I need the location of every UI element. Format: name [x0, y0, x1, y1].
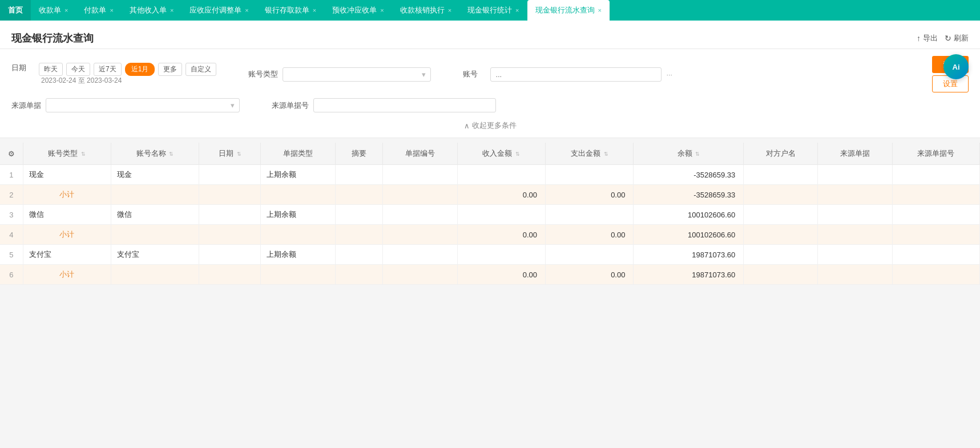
- nav-item-bank-stats[interactable]: 现金银行统计 ×: [459, 0, 527, 21]
- account-type-select[interactable]: ▾: [283, 67, 431, 82]
- source-doc-no-label: 来源单据号: [272, 100, 309, 111]
- sort-account-type-icon: ⇅: [81, 151, 86, 157]
- table-container: ⚙ 账号类型 ⇅ 账号名称 ⇅ 日期 ⇅ 单据类型 摘要: [0, 143, 980, 285]
- date-filter-group: 日期 昨天 今天 近7天 近1月 更多 自定义 2023-02-24 至 202…: [11, 63, 216, 86]
- date-buttons: 昨天 今天 近7天 近1月 更多 自定义: [39, 63, 216, 76]
- filter-row-2: 来源单据 ▾ 来源单据号: [11, 98, 969, 112]
- close-bank-stats-icon[interactable]: ×: [515, 7, 519, 14]
- date-btn-custom[interactable]: 自定义: [185, 63, 216, 76]
- account-label: 账号: [463, 69, 486, 79]
- nav-label-bank-stats: 现金银行统计: [467, 5, 512, 15]
- source-doc-arrow-icon: ▾: [231, 101, 235, 110]
- col-account-name[interactable]: 账号名称 ⇅: [111, 143, 199, 165]
- table-header-row: ⚙ 账号类型 ⇅ 账号名称 ⇅ 日期 ⇅ 单据类型 摘要: [0, 143, 980, 165]
- date-btn-more[interactable]: 更多: [158, 63, 182, 76]
- nav-item-payment[interactable]: 付款单 ×: [76, 0, 121, 21]
- source-doc-no-filter-group: 来源单据号: [272, 98, 496, 112]
- top-nav: 首页 收款单 × 付款单 × 其他收入单 × 应收应付调整单 × 银行存取款单 …: [0, 0, 980, 21]
- date-btn-1month[interactable]: 近1月: [125, 63, 155, 76]
- col-source-doc: 来源单据: [818, 143, 892, 165]
- source-doc-label: 来源单据: [11, 100, 41, 111]
- export-icon: ↑: [917, 34, 921, 43]
- close-bank-flow-icon[interactable]: ×: [598, 7, 602, 14]
- table-row[interactable]: 3微信微信上期余额100102606.60: [0, 205, 980, 225]
- nav-item-advance[interactable]: 预收冲应收单 ×: [324, 0, 392, 21]
- col-doc-no: 单据编号: [383, 143, 457, 165]
- table-row[interactable]: 2小计0.000.00-3528659.33: [0, 185, 980, 205]
- source-doc-filter-group: 来源单据 ▾: [11, 98, 240, 112]
- table-header: ⚙ 账号类型 ⇅ 账号名称 ⇅ 日期 ⇅ 单据类型 摘要: [0, 143, 980, 165]
- col-income[interactable]: 收入金额 ⇅: [457, 143, 545, 165]
- nav-item-write-off[interactable]: 收款核销执行 ×: [392, 0, 459, 21]
- nav-label-ar-ap: 应收应付调整单: [189, 5, 241, 15]
- nav-item-receipt[interactable]: 收款单 ×: [31, 0, 76, 21]
- close-payment-icon[interactable]: ×: [110, 7, 113, 14]
- close-write-off-icon[interactable]: ×: [448, 7, 451, 14]
- data-table: ⚙ 账号类型 ⇅ 账号名称 ⇅ 日期 ⇅ 单据类型 摘要: [0, 143, 980, 285]
- page-title: 现金银行流水查询: [11, 31, 94, 45]
- nav-label-other-income: 其他收入单: [130, 5, 167, 15]
- account-input[interactable]: [490, 67, 662, 82]
- col-date[interactable]: 日期 ⇅: [199, 143, 261, 165]
- filter-row-1: 日期 昨天 今天 近7天 近1月 更多 自定义 2023-02-24 至 202…: [11, 56, 969, 92]
- date-btn-today[interactable]: 今天: [66, 63, 90, 76]
- nav-item-ar-ap[interactable]: 应收应付调整单 ×: [182, 0, 256, 21]
- more-icon: ···: [666, 70, 672, 79]
- refresh-icon: ↻: [945, 34, 951, 43]
- source-doc-no-input[interactable]: [313, 98, 496, 112]
- source-doc-select[interactable]: ▾: [46, 98, 240, 112]
- col-source-doc-no: 来源单据号: [892, 143, 979, 165]
- nav-item-other-income[interactable]: 其他收入单 ×: [122, 0, 182, 21]
- close-advance-icon[interactable]: ×: [380, 7, 384, 14]
- collapse-label: 收起更多条件: [472, 120, 517, 131]
- date-options-group: 昨天 今天 近7天 近1月 更多 自定义 2023-02-24 至 2023-0…: [39, 63, 216, 86]
- table-row[interactable]: 5支付宝支付宝上期余额19871073.60: [0, 245, 980, 265]
- ai-label: Ai: [953, 63, 960, 71]
- date-btn-yesterday[interactable]: 昨天: [39, 63, 63, 76]
- account-type-filter-group: 账号类型 ▾: [248, 67, 431, 82]
- sort-expense-icon: ⇅: [604, 151, 608, 157]
- close-ar-ap-icon[interactable]: ×: [245, 7, 248, 14]
- nav-item-home[interactable]: 首页: [0, 0, 31, 21]
- nav-label-bank-deposit: 银行存取款单: [265, 5, 309, 15]
- sort-income-icon: ⇅: [515, 151, 520, 157]
- col-summary: 摘要: [335, 143, 383, 165]
- close-receipt-icon[interactable]: ×: [64, 7, 68, 14]
- export-label: 导出: [923, 33, 938, 43]
- table-row[interactable]: 4小计0.000.00100102606.60: [0, 225, 980, 245]
- table-body: 1现金现金上期余额-3528659.332小计0.000.00-3528659.…: [0, 165, 980, 285]
- nav-label-payment: 付款单: [84, 5, 106, 15]
- header-actions: ↑ 导出 ↻ 刷新: [917, 33, 969, 43]
- date-label: 日期: [11, 63, 34, 73]
- nav-label-home: 首页: [8, 5, 23, 15]
- page-header: 现金银行流水查询 ↑ 导出 ↻ 刷新: [0, 21, 980, 49]
- nav-item-bank-flow[interactable]: 现金银行流水查询 ×: [527, 0, 610, 21]
- collapse-up-icon: ∧: [464, 122, 470, 130]
- filter-area: 日期 昨天 今天 近7天 近1月 更多 自定义 2023-02-24 至 202…: [0, 49, 980, 138]
- table-row[interactable]: 6小计0.000.0019871073.60: [0, 265, 980, 285]
- sort-date-icon: ⇅: [237, 151, 241, 157]
- nav-label-advance: 预收冲应收单: [332, 5, 377, 15]
- refresh-button[interactable]: ↻ 刷新: [945, 33, 969, 43]
- account-type-label: 账号类型: [248, 69, 278, 79]
- nav-label-bank-flow: 现金银行流水查询: [535, 5, 595, 15]
- nav-item-bank-deposit[interactable]: 银行存取款单 ×: [257, 0, 324, 21]
- table-row[interactable]: 1现金现金上期余额-3528659.33: [0, 165, 980, 185]
- col-counterpart: 对方户名: [744, 143, 818, 165]
- col-balance[interactable]: 余额 ⇅: [634, 143, 744, 165]
- dropdown-arrow-icon: ▾: [422, 70, 426, 79]
- close-bank-deposit-icon[interactable]: ×: [313, 7, 316, 14]
- col-account-type[interactable]: 账号类型 ⇅: [23, 143, 111, 165]
- ai-assistant-button[interactable]: Ai: [943, 54, 969, 79]
- col-expense[interactable]: 支出金额 ⇅: [546, 143, 634, 165]
- date-btn-7days[interactable]: 近7天: [94, 63, 122, 76]
- close-other-income-icon[interactable]: ×: [170, 7, 174, 14]
- sort-balance-icon: ⇅: [695, 151, 700, 157]
- nav-label-receipt: 收款单: [39, 5, 61, 15]
- date-range-display: 2023-02-24 至 2023-03-24: [41, 76, 216, 86]
- col-gear[interactable]: ⚙: [0, 143, 23, 165]
- col-doc-type: 单据类型: [261, 143, 335, 165]
- nav-label-write-off: 收款核销执行: [400, 5, 445, 15]
- collapse-bar[interactable]: ∧ 收起更多条件: [11, 118, 969, 131]
- export-button[interactable]: ↑ 导出: [917, 33, 938, 43]
